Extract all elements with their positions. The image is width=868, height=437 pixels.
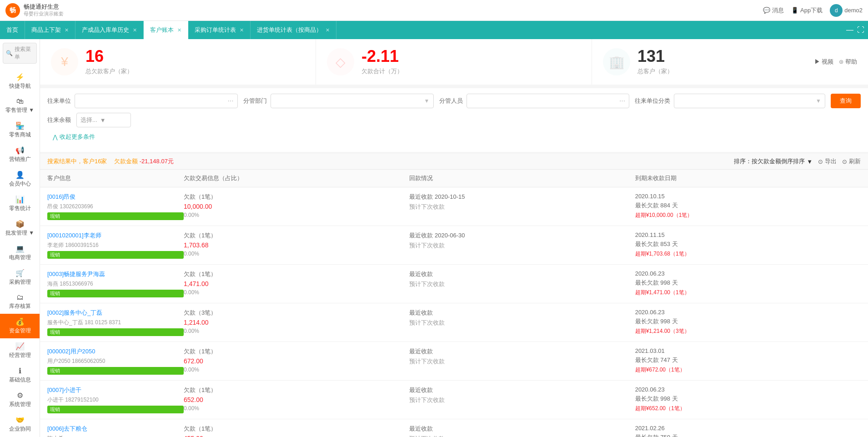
sort-select[interactable]: 排序：按欠款金额倒序排序 ▼: [734, 157, 813, 166]
user-avatar: d: [830, 4, 843, 17]
sidebar-item-purchase[interactable]: 🛒 采购管理: [0, 265, 40, 290]
customer-name-5[interactable]: [0007]小进干: [47, 386, 184, 394]
quick-nav-label: 快捷导航: [9, 82, 31, 90]
customer-info-6: [0006]去下粮仓 陈小希 现销: [47, 425, 184, 437]
owe-percent-2: 0.00%: [184, 289, 409, 296]
max-owe-6: 最长欠款 750 天: [635, 433, 861, 437]
filter-input-manager[interactable]: ···: [467, 94, 630, 108]
sidebar-item-quick-nav[interactable]: ⚡ 快捷导航: [0, 69, 40, 94]
sidebar-item-finance[interactable]: 💰 资金管理: [0, 314, 40, 338]
tab-inbound-stats-close[interactable]: ✕: [326, 27, 330, 33]
last-collect-4: 最近收款: [409, 347, 635, 356]
tab-purchase-stats[interactable]: 采购订单统计表 ✕: [188, 21, 251, 39]
tab-customer-account[interactable]: 客户账本 ✕: [144, 21, 188, 39]
owe-percent-3: 0.00%: [184, 328, 409, 334]
max-owe-5: 最长欠款 998 天: [635, 395, 861, 403]
video-btn[interactable]: ▶ 视频: [814, 58, 834, 66]
customer-name-0[interactable]: [0016]昂俊: [47, 193, 184, 201]
owe-percent-1: 0.00%: [184, 251, 409, 257]
sidebar-item-operations[interactable]: 📈 经营管理: [0, 338, 40, 363]
tab-home[interactable]: 首页: [0, 21, 25, 39]
owe-info-1: 欠款（1笔） 1,703.68 0.00%: [184, 231, 409, 257]
stat-card-overdue-customers: ¥ 16 总欠款客户（家）: [40, 39, 316, 85]
export-btn[interactable]: ⊙ 导出: [818, 157, 837, 166]
tab-inbound-history-label: 产成品入库单历史: [82, 26, 129, 34]
sort-label: 排序：按欠款金额倒序排序: [734, 157, 805, 166]
tab-bar-maximize[interactable]: ⛶: [857, 26, 864, 34]
search-menu-label: 搜索菜单: [15, 45, 34, 61]
sidebar-item-ecommerce[interactable]: 💻 电商管理: [0, 241, 40, 265]
overdue-text-0[interactable]: 超期¥10,000.00（1笔）: [635, 211, 861, 219]
sidebar-item-retail-mgmt[interactable]: 🛍 零售管理 ▼: [0, 94, 40, 118]
collapse-btn[interactable]: ⋀ 收起更多条件: [47, 131, 861, 143]
phone-icon: 📱: [791, 7, 798, 14]
sidebar-item-purchase-label: 采购管理: [9, 278, 31, 286]
owe-amount-2: 1,471.00: [184, 280, 409, 287]
sidebar-item-marketing[interactable]: 📢 营销推广: [0, 142, 40, 167]
sidebar-item-enterprise[interactable]: 🤝 企业协同: [0, 412, 40, 437]
col-header-owe: 欠款交易信息（占比）: [184, 174, 409, 182]
customer-badge-1: 现销: [47, 251, 184, 259]
next-collect-4: 预计下次收款: [409, 357, 635, 366]
logo-area: 畅 畅捷通好生意 母婴行业演示账套: [5, 3, 64, 18]
customer-name-1[interactable]: [0001020001]李老师: [47, 231, 184, 240]
owe-count-6: 欠款（1笔）: [184, 425, 409, 433]
tab-inbound-history-close[interactable]: ✕: [133, 27, 137, 33]
stat-number-amount: -2.11: [361, 48, 403, 65]
sidebar-item-retail-stats[interactable]: 📊 零售统计: [0, 191, 40, 216]
sidebar-item-retail-mall[interactable]: 🏪 零售商城: [0, 118, 40, 142]
quick-nav-icon: ⚡: [15, 73, 25, 81]
tab-purchase-stats-close[interactable]: ✕: [240, 27, 244, 33]
customer-name-3[interactable]: [0002]服务中心_丁磊: [47, 309, 184, 317]
filter-input-category[interactable]: ▼: [674, 94, 825, 108]
filter-label-manager: 分管人员: [439, 97, 463, 105]
sidebar-item-member-center[interactable]: 👤 会员中心: [0, 167, 40, 191]
owe-percent-4: 0.00%: [184, 367, 409, 373]
tab-inbound-history[interactable]: 产成品入库单历史 ✕: [75, 21, 144, 39]
tab-inbound-stats[interactable]: 进货单统计表（按商品） ✕: [251, 21, 336, 39]
filter-area: 往来单位 ··· 分管部门 ▼ 分管人员: [40, 88, 868, 152]
tab-product-online[interactable]: 商品上下架 ✕: [25, 21, 75, 39]
filter-input-department[interactable]: ▼: [271, 94, 434, 108]
user-area[interactable]: d demo2: [830, 4, 863, 17]
refresh-btn[interactable]: ⊙ 刷新: [842, 157, 861, 166]
help-btn[interactable]: ⊙ 帮助: [839, 58, 857, 66]
max-owe-3: 最长欠款 998 天: [635, 317, 861, 326]
last-collect-6: 最近收款: [409, 425, 635, 433]
retail-stats-icon: 📊: [15, 195, 25, 204]
basic-info-icon: ℹ: [19, 367, 21, 375]
tab-bar-minimize[interactable]: —: [846, 26, 853, 34]
customer-name-6[interactable]: [0006]去下粮仓: [47, 425, 184, 433]
search-menu-btn[interactable]: 🔍 搜索菜单: [3, 43, 37, 64]
sidebar-item-inventory[interactable]: 🗂 库存核算: [0, 290, 40, 314]
sidebar-item-system[interactable]: ⚙ 系统管理: [0, 387, 40, 412]
filter-input-partner[interactable]: ···: [75, 94, 238, 108]
search-btn[interactable]: 查询: [831, 94, 861, 108]
recover-info-2: 最近收款 预计下次收款: [409, 270, 635, 288]
customer-name-2[interactable]: [0003]畅捷服务尹海蕊: [47, 270, 184, 278]
customer-contact-2: 海燕 18513066976: [47, 280, 184, 288]
overdue-text-2[interactable]: 超期¥1,471.00（1笔）: [635, 289, 861, 296]
overdue-text-5[interactable]: 超期¥652.00（1笔）: [635, 405, 861, 412]
content-area: ¥ 16 总欠款客户（家） ◇ -2.11 欠款合计（万） 🏢 131 总客户（…: [40, 39, 868, 437]
overdue-text-4[interactable]: 超期¥672.00（1笔）: [635, 366, 861, 374]
customer-info-0: [0016]昂俊 昂俊 13026203696 现销: [47, 193, 184, 220]
filter-item-partner: 往来单位 ···: [47, 94, 238, 108]
sidebar-item-wholesale-label: 批发管理 ▼: [5, 229, 34, 237]
sidebar-item-wholesale[interactable]: 📦 批发管理 ▼: [0, 216, 40, 241]
video-label: 视频: [822, 58, 833, 65]
app-download-btn[interactable]: 📱 App下载: [791, 6, 823, 15]
customer-name-4[interactable]: [000002]用户2050: [47, 347, 184, 356]
col-header-recover: 回款情况: [409, 174, 635, 182]
top-right: 💬 消息 📱 App下载 d demo2: [763, 4, 863, 17]
filter-select-balance[interactable]: 选择... ▼: [76, 113, 131, 127]
overdue-text-1[interactable]: 超期¥1,703.68（1笔）: [635, 250, 861, 258]
tab-product-online-close[interactable]: ✕: [65, 27, 69, 33]
filter-row-1: 往来单位 ··· 分管部门 ▼ 分管人员: [47, 94, 861, 108]
due-info-4: 2021.03.01 最长欠款 747 天 超期¥672.00（1笔）: [635, 347, 861, 374]
filter-partner-dots: ···: [227, 97, 233, 105]
sidebar-item-basic-info[interactable]: ℹ 基础信息: [0, 363, 40, 387]
tab-customer-account-close[interactable]: ✕: [177, 27, 181, 33]
message-btn[interactable]: 💬 消息: [763, 6, 784, 15]
overdue-text-3[interactable]: 超期¥1,214.00（3笔）: [635, 327, 861, 335]
